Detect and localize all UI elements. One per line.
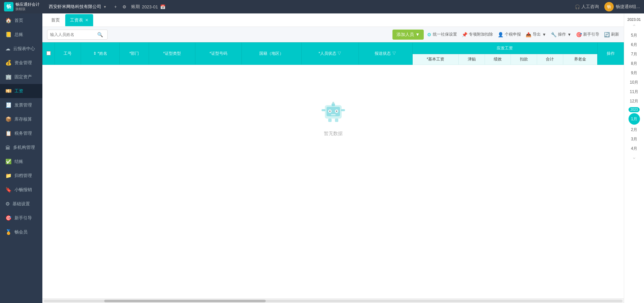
sidebar-label-guide: 新手引导: [14, 215, 32, 221]
sidebar-label-home: 首页: [14, 17, 23, 24]
deduct-btn[interactable]: 📌 专项附加扣除: [462, 32, 493, 37]
salary-table: 工号 ⇕ *姓名 *部门 *证型类型 *证型号码 国籍（地区） *人员状态 ▽ …: [42, 42, 624, 157]
sidebar-item-assets[interactable]: 🏢 固定资产: [0, 70, 42, 84]
period-display: 账期 2023-01 📅: [131, 4, 165, 10]
month-7[interactable]: 7月: [627, 50, 642, 58]
bottom-scrollbar[interactable]: [42, 298, 624, 303]
add-company-btn[interactable]: ＋: [113, 4, 118, 10]
social-icon: ⚙: [427, 32, 431, 37]
sidebar: 🏠 首页 📒 总账 ☁ 云报表中心 💰 资金管理 🏢 固定资产 💴 工资 🧾 发…: [0, 13, 42, 303]
month-3[interactable]: 3月: [627, 135, 642, 143]
sidebar-label-expense: 小畅报销: [14, 187, 32, 193]
tab-home[interactable]: 首页: [46, 14, 65, 26]
col-social: 养老金: [563, 54, 598, 65]
sidebar-item-member[interactable]: 🏅 畅会员: [0, 225, 42, 239]
select-all-checkbox[interactable]: [46, 51, 51, 55]
up-chevron-icon[interactable]: ⌃: [631, 23, 637, 31]
cloud-icon: ☁: [5, 46, 10, 52]
settings-icon: ⚙: [5, 201, 10, 207]
month-9[interactable]: 9月: [627, 69, 642, 77]
sidebar-item-archive[interactable]: 📁 归档管理: [0, 169, 42, 183]
month-2[interactable]: 2月: [627, 125, 642, 134]
app-sub: 旗舰版: [15, 7, 40, 11]
export-icon: 📤: [526, 32, 531, 37]
search-icon[interactable]: 🔍: [97, 32, 103, 37]
col-region: 国籍（地区）: [241, 43, 301, 65]
sidebar-label-tax: 税务管理: [14, 130, 32, 136]
report-filter-icon[interactable]: ▽: [392, 51, 396, 56]
search-input[interactable]: [50, 32, 97, 37]
sidebar-item-ledger[interactable]: 📒 总账: [0, 28, 42, 42]
tab-close-icon[interactable]: ✕: [85, 18, 88, 23]
toolbar: 🔍 添加人员 ▼ ⚙ 统一社保设置 📌 专项附加扣除 👤 个税申报: [42, 27, 624, 42]
add-person-button[interactable]: 添加人员 ▼: [392, 30, 424, 40]
col-salary-group: 应发工资: [412, 43, 598, 54]
month-4[interactable]: 4月: [627, 144, 642, 153]
period-label: 账期: [131, 4, 140, 10]
salary-icon: 💴: [5, 88, 12, 94]
export-arrow-icon: ▼: [542, 32, 546, 37]
sidebar-label-multi: 多机构管理: [13, 144, 35, 150]
month-5[interactable]: 5月: [627, 31, 642, 40]
user-area[interactable]: 畅 畅捷通B组...: [604, 2, 640, 11]
sidebar-item-salary[interactable]: 💴 工资: [0, 84, 42, 98]
sidebar-item-tax[interactable]: 📋 税务管理: [0, 126, 42, 140]
month-6[interactable]: 6月: [627, 40, 642, 49]
year-badge: 2023: [629, 107, 639, 112]
empty-state-cell: 暂无数据: [43, 65, 624, 157]
invoice-icon: 🧾: [5, 102, 12, 108]
refresh-btn[interactable]: 🔄 刷新: [604, 32, 619, 37]
calendar-icon[interactable]: 📅: [160, 4, 165, 9]
archive-icon: 📁: [5, 173, 12, 179]
col-performance: 绩效: [485, 54, 511, 65]
search-wrapper[interactable]: 🔍: [47, 30, 108, 40]
guide-btn[interactable]: 🎯 新手引导: [576, 32, 599, 37]
sidebar-item-multi[interactable]: 🏛 多机构管理: [0, 140, 42, 155]
sidebar-item-expense[interactable]: 🔖 小畅报销: [0, 183, 42, 197]
sidebar-item-guide[interactable]: 🎯 新手引导: [0, 211, 42, 225]
company-selector[interactable]: 西安虾米网络科技有限公司 ▼: [46, 4, 109, 10]
sidebar-item-settings[interactable]: ⚙ 基础设置: [0, 197, 42, 211]
down-chevron-icon[interactable]: ⌄: [631, 153, 637, 161]
tab-home-label: 首页: [51, 17, 60, 23]
month-11[interactable]: 11月: [627, 87, 642, 96]
month-10[interactable]: 10月: [627, 78, 642, 87]
home-icon: 🏠: [5, 17, 12, 24]
guide-icon: 🎯: [576, 32, 582, 37]
sidebar-item-home[interactable]: 🏠 首页: [0, 13, 42, 28]
service-button[interactable]: 🎧 人工咨询: [575, 4, 599, 10]
month-1[interactable]: 1月: [629, 113, 640, 125]
sidebar-label-member: 畅会员: [14, 229, 28, 235]
service-label: 人工咨询: [581, 4, 599, 10]
sidebar-item-finance[interactable]: 💰 资金管理: [0, 56, 42, 70]
tab-salary[interactable]: 工资表 ✕: [65, 14, 93, 26]
avatar: 畅: [604, 2, 614, 11]
sidebar-label-settle: 结账: [14, 159, 23, 165]
sidebar-item-cloud[interactable]: ☁ 云报表中心: [0, 42, 42, 56]
logo-text-block: 畅应通好会计 旗舰版: [15, 2, 40, 11]
svg-rect-10: [341, 109, 345, 111]
operation-label: 操作: [558, 32, 566, 37]
table-wrapper: 工号 ⇕ *姓名 *部门 *证型类型 *证型号码 国籍（地区） *人员状态 ▽ …: [42, 42, 624, 298]
sidebar-item-invoice[interactable]: 🧾 发票管理: [0, 98, 42, 112]
app-name: 畅应通好会计: [15, 2, 40, 7]
social-settings-btn[interactable]: ⚙ 统一社保设置: [427, 32, 457, 37]
status-filter-icon[interactable]: ▽: [337, 51, 341, 56]
operation-btn[interactable]: 🔧 操作 ▼: [551, 32, 571, 37]
svg-point-4: [329, 111, 331, 112]
scroll-track[interactable]: [44, 300, 622, 302]
export-label: 导出: [533, 32, 541, 37]
sidebar-item-settle[interactable]: ✅ 结账: [0, 155, 42, 169]
export-btn[interactable]: 📤 导出 ▼: [526, 32, 546, 37]
sidebar-item-inventory[interactable]: 📦 库存核算: [0, 112, 42, 126]
svg-rect-9: [321, 109, 326, 111]
settings-btn[interactable]: ⚙: [122, 4, 126, 9]
month-8[interactable]: 8月: [627, 59, 642, 68]
month-12[interactable]: 12月: [627, 97, 642, 105]
col-base: *基本工资: [412, 54, 459, 65]
scroll-thumb[interactable]: [104, 300, 266, 302]
empty-state: 暂无数据: [43, 65, 624, 157]
tax-report-btn[interactable]: 👤 个税申报: [498, 32, 521, 37]
svg-rect-12: [335, 119, 338, 122]
svg-point-8: [332, 102, 334, 104]
